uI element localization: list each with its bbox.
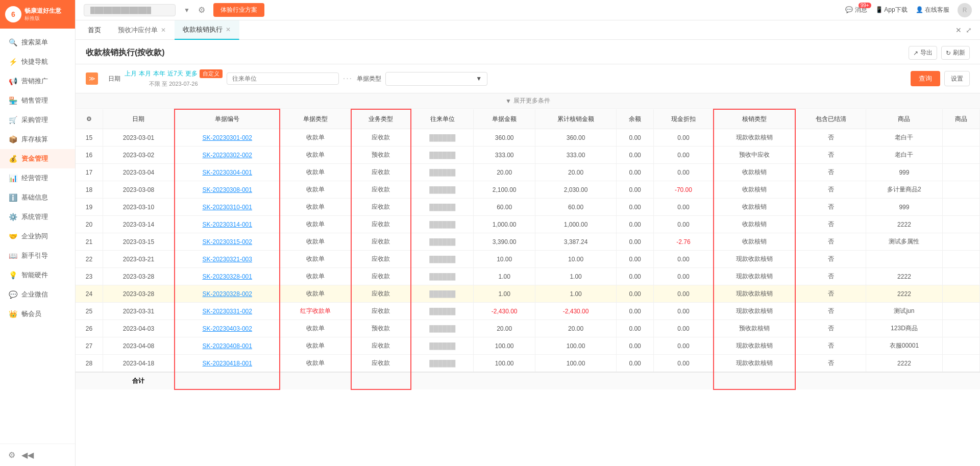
query-button[interactable]: 查询 — [911, 71, 940, 86]
last-month-link[interactable]: 上月 — [125, 69, 137, 78]
sidebar-item-weixin[interactable]: 💬 企业微信 — [0, 285, 75, 304]
table-cell: 16 — [76, 146, 103, 164]
last-7-days-link[interactable]: 近7天 — [167, 69, 183, 78]
tab-prepaid-close[interactable]: ✕ — [161, 27, 166, 34]
gear-icon[interactable]: ⚙ — [198, 5, 205, 15]
more-date-link[interactable]: 更多 — [185, 69, 198, 78]
tab-collection[interactable]: 收款核销执行 ✕ — [175, 20, 239, 40]
topbar-chevron-icon[interactable]: ▼ — [184, 7, 190, 14]
this-year-link[interactable]: 本年 — [153, 69, 165, 78]
sidebar-item-purchase[interactable]: 🛒 采购管理 — [0, 110, 75, 130]
table-cell: 否 — [795, 129, 866, 146]
sidebar-item-member[interactable]: 👑 畅会员 — [0, 304, 75, 324]
expand-chevron-icon: ▼ — [505, 97, 511, 105]
table-cell: 0.00 — [617, 216, 654, 233]
receipt-type-select[interactable]: ▼ — [385, 72, 487, 86]
sidebar-item-operations[interactable]: 📊 经营管理 — [0, 168, 75, 188]
col-header-verified[interactable]: 累计核销金额 — [535, 109, 617, 129]
custom-date-button[interactable]: 自定义 — [200, 69, 223, 78]
export-button[interactable]: ↗ 导出 — [909, 46, 937, 60]
col-header-biz-type[interactable]: 业务类型 — [351, 109, 411, 129]
table-cell: 1.00 — [535, 268, 617, 285]
col-header-date[interactable]: 日期 — [103, 109, 175, 129]
table-cell — [942, 146, 979, 164]
col-header-amount[interactable]: 单据金额 — [474, 109, 535, 129]
table-cell: 2,100.00 — [474, 181, 535, 199]
sidebar-item-finance[interactable]: 💰 资金管理 — [0, 149, 75, 168]
footer-goods2 — [942, 372, 979, 389]
table-cell: 2,030.00 — [535, 181, 617, 199]
table-cell[interactable]: SK-20230314-001 — [175, 216, 280, 233]
table-cell[interactable]: SK-20230308-001 — [175, 181, 280, 199]
collapse-icon[interactable]: ◀◀ — [21, 450, 34, 460]
table-cell[interactable]: SK-20230304-001 — [175, 164, 280, 181]
sidebar-item-search[interactable]: 🔍 搜索菜单 — [0, 33, 75, 52]
sidebar-item-system[interactable]: ⚙️ 系统管理 — [0, 207, 75, 227]
table-cell[interactable]: SK-20230403-002 — [175, 320, 280, 337]
table-cell[interactable]: SK-20230418-001 — [175, 355, 280, 373]
sidebar-item-marketing[interactable]: 📢 营销推广 — [0, 71, 75, 91]
table-header-row: ⚙ 日期 单据编号 单据类型 业务类型 往来单位 单据金额 累计核销金额 余额 … — [76, 109, 980, 129]
col-header-goods[interactable]: 商品 — [866, 109, 942, 129]
tab-collection-close[interactable]: ✕ — [226, 26, 231, 33]
col-header-discount[interactable]: 现金折扣 — [654, 109, 714, 129]
online-service[interactable]: 👤 在线客服 — [916, 6, 949, 14]
table-cell[interactable]: SK-20230310-001 — [175, 199, 280, 216]
table-cell[interactable]: SK-20230302-002 — [175, 146, 280, 164]
filter-collapse-button[interactable]: ≫ — [86, 72, 98, 85]
sidebar-item-basicinfo[interactable]: ℹ️ 基础信息 — [0, 188, 75, 207]
table-cell: 否 — [795, 337, 866, 355]
user-avatar[interactable]: R — [958, 3, 972, 17]
table-cell: 20.00 — [474, 320, 535, 337]
col-header-goods2[interactable]: 商品 — [942, 109, 979, 129]
col-header-gear[interactable]: ⚙ — [76, 109, 103, 129]
message-notification[interactable]: 💬 消息 99+ — [845, 6, 867, 14]
sales-icon: 🏪 — [8, 96, 17, 105]
tab-home[interactable]: 首页 — [80, 20, 110, 40]
table-cell: 23 — [76, 268, 103, 285]
table-cell[interactable]: SK-20230328-002 — [175, 285, 280, 303]
maximize-icon[interactable]: ⤢ — [966, 26, 972, 34]
sidebar-item-quicknav[interactable]: ⚡ 快捷导航 — [0, 52, 75, 71]
col-header-settled[interactable]: 包含已结清 — [795, 109, 866, 129]
table-cell — [942, 164, 979, 181]
sidebar-item-hardware[interactable]: 💡 智能硬件 — [0, 265, 75, 285]
col-header-verify-type[interactable]: 核销类型 — [714, 109, 796, 129]
table-cell: 2222 — [866, 216, 942, 233]
table-cell[interactable]: SK-20230315-002 — [175, 233, 280, 251]
logo-icon: 6 — [5, 6, 21, 22]
partner-unit-input[interactable] — [227, 72, 339, 85]
table-cell[interactable]: SK-20230321-003 — [175, 251, 280, 268]
table-cell: -70.00 — [654, 181, 714, 199]
settings-bottom-icon[interactable]: ⚙ — [8, 450, 15, 460]
filter-actions: 查询 设置 — [911, 71, 970, 86]
app-download[interactable]: 📱 App下载 — [875, 6, 908, 14]
tab-prepaid[interactable]: 预收冲应付单 ✕ — [110, 20, 175, 40]
expand-conditions-link[interactable]: ▼ 展开更多条件 — [505, 96, 550, 105]
sidebar-item-guide[interactable]: 📖 新手引导 — [0, 246, 75, 265]
table-cell[interactable]: SK-20230301-002 — [175, 129, 280, 146]
table-cell: 1.00 — [474, 285, 535, 303]
search-bar: ██████████████ — [84, 4, 176, 16]
footer-verified — [535, 372, 617, 389]
filter-settings-button[interactable]: 设置 — [944, 71, 970, 86]
table-cell[interactable]: SK-20230331-002 — [175, 303, 280, 320]
table-cell: 多计量商品2 — [866, 181, 942, 199]
operations-icon: 📊 — [8, 174, 17, 183]
table-cell[interactable]: SK-20230408-001 — [175, 337, 280, 355]
col-header-balance[interactable]: 余额 — [617, 109, 654, 129]
sidebar-item-collab[interactable]: 🤝 企业协同 — [0, 227, 75, 246]
table-cell: 否 — [795, 320, 866, 337]
this-month-link[interactable]: 本月 — [139, 69, 151, 78]
col-header-order-no[interactable]: 单据编号 — [175, 109, 280, 129]
sidebar-item-sales[interactable]: 🏪 销售管理 — [0, 91, 75, 110]
filter-more-dots[interactable]: ··· — [343, 74, 353, 83]
col-header-partner[interactable]: 往来单位 — [411, 109, 473, 129]
refresh-button[interactable]: ↻ 刷新 — [941, 46, 970, 60]
solution-button[interactable]: 体验行业方案 — [213, 3, 264, 17]
table-cell: 现款收款核销 — [714, 129, 796, 146]
sidebar-item-inventory[interactable]: 📦 库存核算 — [0, 130, 75, 149]
close-window-icon[interactable]: ✕ — [955, 26, 962, 34]
col-header-order-type[interactable]: 单据类型 — [280, 109, 351, 129]
table-cell[interactable]: SK-20230328-001 — [175, 268, 280, 285]
